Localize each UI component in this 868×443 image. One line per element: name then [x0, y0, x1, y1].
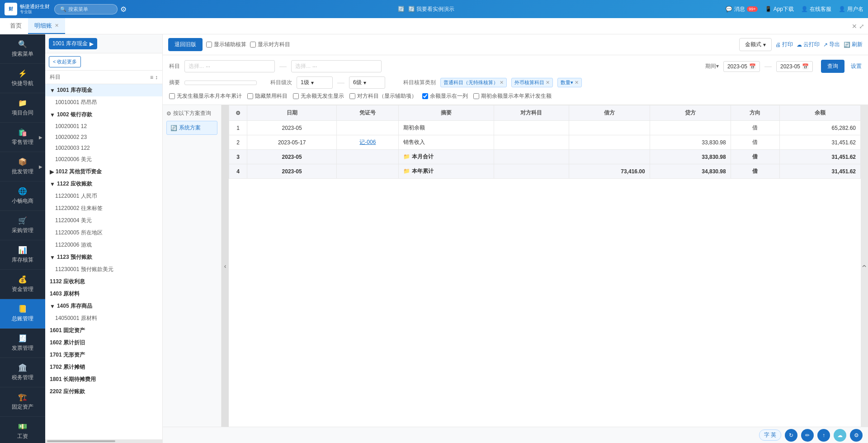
tree-list-icon[interactable]: ≡ — [150, 74, 153, 81]
tree-item-1701[interactable]: 1701 无形资产 — [45, 349, 162, 361]
tag-quantity[interactable]: 数量▾ ✕ — [557, 78, 582, 87]
sidebar-item-inventory[interactable]: 📊 库存核算 — [0, 240, 45, 270]
tree-item-10020003[interactable]: 10020003 122 — [45, 143, 162, 153]
tree-item-1403[interactable]: 1403 原材料 — [45, 288, 162, 300]
summary-input[interactable] — [184, 81, 257, 85]
account-filter-input-to[interactable]: 选择... ··· — [291, 60, 382, 72]
system-scheme-item[interactable]: 🔄 系统方案 — [166, 121, 217, 135]
tree-item-1122[interactable]: ▼ 1122 应收账款 — [45, 178, 162, 190]
tag-normal-account[interactable]: 普通科目（无特殊核算） ✕ — [440, 78, 507, 87]
tag-foreign-currency[interactable]: 外币核算科目 ✕ — [511, 78, 553, 87]
demo-link[interactable]: 🔄 🔄 我要看实例演示 — [398, 5, 454, 13]
tree-item-11220001[interactable]: 11220001 人民币 — [45, 190, 162, 202]
table-row: 2 2023-05-17 记-006 销售收入 33,830.98 借 31,4… — [229, 135, 861, 150]
sidebar-item-salary[interactable]: 💵 工资 — [0, 417, 45, 443]
tree-item-1001[interactable]: ▼ 1001 库存现金 — [45, 84, 162, 96]
tag-close-icon-2[interactable]: ✕ — [546, 80, 550, 86]
tree-item-14050001[interactable]: 14050001 原材料 — [45, 312, 162, 324]
show-assist-checkbox[interactable] — [206, 42, 212, 48]
tree-item-11220005[interactable]: 11220005 所在地区 — [45, 227, 162, 239]
tree-item-11220002[interactable]: 11220002 往来标签 — [45, 202, 162, 214]
voucher-link[interactable]: 记-006 — [359, 139, 376, 145]
period-to-input[interactable]: 2023-05 📅 — [776, 61, 813, 72]
tree-scroll-bar[interactable] — [45, 439, 162, 443]
tree-item-1702[interactable]: 1702 累计摊销 — [45, 361, 162, 373]
tree-item-1405[interactable]: ▼ 1405 库存商品 — [45, 300, 162, 312]
hide-disabled-checkbox[interactable] — [247, 93, 253, 99]
tree-item-10010001[interactable]: 10010001 昂昂昂 — [45, 96, 162, 109]
level-from-select[interactable]: 1级 ▾ — [297, 76, 333, 89]
app-download-btn[interactable]: 📱 App下载 — [765, 5, 794, 13]
tab-ledger[interactable]: 明细账 ✕ — [28, 18, 65, 34]
settings-btn[interactable]: 设置 — [851, 62, 862, 70]
back-old-version-btn[interactable]: 退回旧版 — [168, 38, 203, 51]
period-from-input[interactable]: 2023-05 📅 — [723, 61, 760, 72]
sidebar-item-capital[interactable]: 💰 资金管理 — [0, 270, 45, 299]
window-close-btn[interactable]: ✕ — [852, 23, 857, 30]
refresh-btn[interactable]: 🔄 刷新 — [844, 41, 863, 48]
tree-expand-icon[interactable]: ↕ — [155, 74, 158, 81]
upload-circle-btn[interactable]: ↑ — [817, 429, 830, 442]
tab-home[interactable]: 首页 — [4, 18, 28, 34]
tree-item-1123[interactable]: ▼ 1123 预付账款 — [45, 251, 162, 263]
tree-item-10020002[interactable]: 10020002 23 — [45, 132, 162, 143]
user-avatar[interactable]: 👤 用户名 — [839, 5, 863, 13]
row-no: 4 — [229, 164, 247, 179]
tree-item-11230001[interactable]: 11230001 预付账款美元 — [45, 263, 162, 276]
settings-icon[interactable]: ⚙ — [120, 5, 127, 14]
sidebar-item-purchase[interactable]: 🛒 采购管理 — [0, 211, 45, 240]
level-to-select[interactable]: 6级 ▾ — [349, 76, 385, 89]
main-content: 退回旧版 显示辅助核算 显示对方科目 金额式 ▾ 🖨 打印 — [163, 34, 868, 443]
amount-format-btn[interactable]: 金额式 ▾ — [739, 38, 772, 51]
sidebar-item-search[interactable]: 🔍 搜索菜单 — [0, 34, 45, 64]
tag-close-icon-1[interactable]: ✕ — [500, 80, 504, 86]
col-settings[interactable]: ⚙ — [229, 105, 247, 121]
sidebar-item-ledger[interactable]: 📒 总账管理 — [0, 299, 45, 329]
tree-item-1012[interactable]: ▶ 1012 其他货币资金 — [45, 166, 162, 178]
tree-item-1132[interactable]: 1132 应收利息 — [45, 276, 162, 288]
tree-item-1002[interactable]: ▼ 1002 银行存款 — [45, 109, 162, 121]
tree-item-1601[interactable]: 1601 固定资产 — [45, 324, 162, 337]
lang-switch-btn[interactable]: 字 英 — [759, 429, 781, 441]
settings-circle-btn[interactable]: ⚙ — [850, 429, 863, 442]
sidebar-item-quick-nav[interactable]: ⚡ 快捷导航 — [0, 64, 45, 93]
export-btn[interactable]: ↗ 导出 — [823, 41, 840, 48]
tree-item-10020006[interactable]: 10020006 美元 — [45, 153, 162, 166]
online-service-btn[interactable]: 👤 在线客服 — [801, 5, 831, 13]
cloud-print-btn[interactable]: ☁ 云打印 — [797, 41, 820, 48]
edit-circle-btn[interactable]: ✏ — [801, 429, 814, 442]
cloud-circle-btn[interactable]: ☁ — [834, 429, 846, 442]
print-btn[interactable]: 🖨 打印 — [775, 41, 793, 48]
tree-item-1602[interactable]: 1602 累计折旧 — [45, 337, 162, 349]
sidebar-item-invoice[interactable]: 🧾 发票管理 — [0, 329, 45, 358]
no-balance-checkbox[interactable] — [293, 93, 299, 99]
tree-item-2202[interactable]: 2202 应付账款 — [45, 386, 162, 398]
sidebar-item-wholesale[interactable]: 📦 批发管理 ▶ — [0, 152, 45, 181]
tree-item-11220004[interactable]: 11220004 美元 — [45, 214, 162, 227]
tree-item-10020001[interactable]: 10020001 12 — [45, 121, 162, 132]
opening-balance-checkbox[interactable] — [473, 93, 479, 99]
sidebar-item-project[interactable]: 📁 项目合同 — [0, 93, 45, 123]
tab-close-icon[interactable]: ✕ — [55, 23, 59, 29]
tag-close-icon-3[interactable]: ✕ — [575, 80, 579, 86]
account-filter-input[interactable]: 选择... ··· — [184, 60, 275, 72]
sidebar-item-retail[interactable]: 🛍️ 零售管理 ▶ — [0, 123, 45, 152]
selected-account-badge[interactable]: 1001 库存现金 ▶ — [49, 38, 97, 49]
refresh-circle-btn[interactable]: ↻ — [785, 429, 797, 442]
contra-show-checkbox[interactable] — [349, 93, 355, 99]
top-search-box[interactable]: 🔍 搜索菜单 — [54, 4, 118, 14]
tree-item-11220006[interactable]: 11220006 游戏 — [45, 239, 162, 251]
tree-item-1801[interactable]: 1801 长期待摊费用 — [45, 373, 162, 386]
sidebar-item-ecommerce[interactable]: 🌐 小畅电商 — [0, 181, 45, 211]
query-btn[interactable]: 查询 — [821, 60, 844, 73]
no-amount-checkbox[interactable] — [169, 93, 175, 99]
side-expand-btn[interactable]: ‹ — [861, 105, 868, 427]
panel-collapse-btn[interactable]: ‹ — [222, 105, 229, 427]
window-expand-btn[interactable]: ⤢ — [859, 23, 864, 30]
sidebar-item-tax[interactable]: 🏛️ 税务管理 — [0, 358, 45, 387]
notification-btn[interactable]: 💬 消息 99+ — [726, 5, 757, 13]
sidebar-item-assets[interactable]: 🏗️ 固定资产 — [0, 387, 45, 417]
collapse-more-btn[interactable]: < 收起更多 — [49, 56, 81, 67]
show-contra-checkbox[interactable] — [250, 42, 256, 48]
balance-one-col-checkbox[interactable] — [422, 93, 428, 99]
